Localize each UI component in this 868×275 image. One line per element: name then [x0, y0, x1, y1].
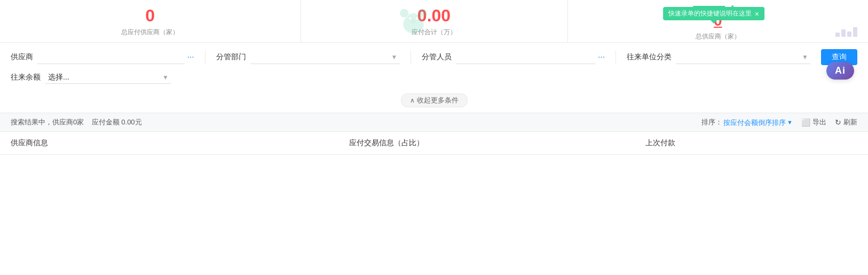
export-label: 导出: [812, 117, 826, 127]
tooltip-text: 快速录单的快捷键说明在这里: [668, 9, 752, 18]
refresh-icon: ↻: [835, 118, 841, 127]
sort-select[interactable]: 按应付会额倒序排序: [723, 119, 786, 127]
collapse-arrow-icon: ∧: [410, 97, 415, 104]
person-dots-btn[interactable]: ···: [598, 52, 605, 62]
bear-icon: [399, 6, 428, 37]
svg-point-4: [409, 17, 411, 19]
filter-row-1: 供应商 ··· 分管部门 ▼ 分管人员 ··· 往来单位分类: [11, 49, 857, 65]
refresh-label: 刷新: [843, 117, 857, 127]
divider-1: [205, 51, 206, 64]
collapse-row: ∧ 收起更多条件: [11, 89, 857, 113]
balance-select[interactable]: 选择...: [45, 70, 171, 84]
results-supplier-count: 搜索结果中，供应商0家: [11, 118, 84, 126]
filter-section: 供应商 ··· 分管部门 ▼ 分管人员 ··· 往来单位分类: [0, 43, 868, 113]
table-header: 供应商信息 应付交易信息（占比） 上次付款: [0, 132, 868, 155]
svg-point-6: [411, 19, 416, 23]
results-bar: 搜索结果中，供应商0家 应付金额 0.00元 排序： 按应付会额倒序排序 ▼ ⬜…: [0, 113, 868, 132]
results-amount: 应付金额 0.00元: [92, 118, 142, 126]
divider-2: [411, 51, 411, 64]
balance-select-wrap[interactable]: 选择... ▼: [45, 70, 171, 84]
balance-label: 往来余额: [11, 73, 41, 82]
department-label: 分管部门: [216, 52, 246, 62]
results-actions: 排序： 按应付会额倒序排序 ▼ ⬜ 导出 ↻ 刷新: [701, 117, 857, 127]
svg-point-5: [416, 17, 418, 19]
svg-point-0: [400, 9, 409, 18]
filter-person: 分管人员 ···: [422, 51, 605, 64]
sort-container: 排序： 按应付会额倒序排序 ▼: [701, 117, 793, 127]
stat-value-payable-suppliers: 0: [145, 5, 155, 26]
export-icon: ⬜: [801, 118, 810, 127]
stat-total-payable-suppliers: 0 总应付供应商（家）: [0, 0, 301, 42]
refresh-button[interactable]: ↻ 刷新: [835, 117, 857, 127]
collapse-label: 收起更多条件: [417, 96, 459, 105]
supplier-label: 供应商: [11, 52, 33, 62]
collapse-button[interactable]: ∧ 收起更多条件: [401, 93, 468, 107]
unit-class-select[interactable]: [676, 51, 810, 64]
unit-class-label: 往来单位分类: [627, 52, 672, 62]
sort-label: 排序：: [701, 117, 722, 127]
person-input[interactable]: [456, 51, 596, 64]
stat-total-suppliers: 快速录单的快捷键说明在这里 × 0 总供应商（家）: [568, 0, 869, 42]
results-summary: 搜索结果中，供应商0家 应付金额 0.00元: [11, 117, 142, 127]
department-select-wrap[interactable]: ▼: [250, 51, 400, 64]
export-button[interactable]: ⬜ 导出: [801, 117, 826, 127]
stat-label-payable-suppliers: 总应付供应商（家）: [121, 28, 179, 37]
filter-supplier: 供应商 ···: [11, 51, 194, 64]
filter-unit-class: 往来单位分类 ▼: [627, 51, 810, 64]
stats-bar: 0 总应付供应商（家） 0.00 应付合计（万） 快速录单的快捷键说明在这里: [0, 0, 868, 43]
divider-3: [616, 51, 616, 64]
tooltip-container: 快速录单的快捷键说明在这里 ×: [693, 4, 735, 9]
tooltip-close-button[interactable]: ×: [755, 10, 759, 18]
filter-department: 分管部门 ▼: [216, 51, 400, 64]
table-body: [0, 155, 868, 275]
person-label: 分管人员: [422, 52, 452, 62]
stat-label-total-suppliers: 总供应商（家）: [696, 32, 740, 41]
department-select[interactable]: [250, 51, 400, 64]
tooltip-bubble: 快速录单的快捷键说明在这里 ×: [663, 7, 764, 20]
sort-chevron-icon: ▼: [787, 119, 793, 125]
th-payable-info: 应付交易信息（占比）: [349, 138, 645, 148]
th-supplier-info: 供应商信息: [11, 138, 349, 148]
unit-class-select-wrap[interactable]: ▼: [676, 51, 810, 64]
svg-point-1: [418, 9, 427, 18]
stat-payable-total: 0.00 应付合计（万）: [301, 0, 568, 42]
supplier-input[interactable]: [37, 51, 185, 64]
filter-row-2: 往来余额 选择... ▼: [11, 70, 857, 84]
th-last-payment: 上次付款: [645, 138, 857, 148]
supplier-dots-btn[interactable]: ···: [187, 52, 194, 62]
ai-badge[interactable]: Ai: [826, 62, 854, 80]
filter-balance: 往来余额 选择... ▼: [11, 70, 171, 84]
chart-decoration: [835, 27, 857, 37]
